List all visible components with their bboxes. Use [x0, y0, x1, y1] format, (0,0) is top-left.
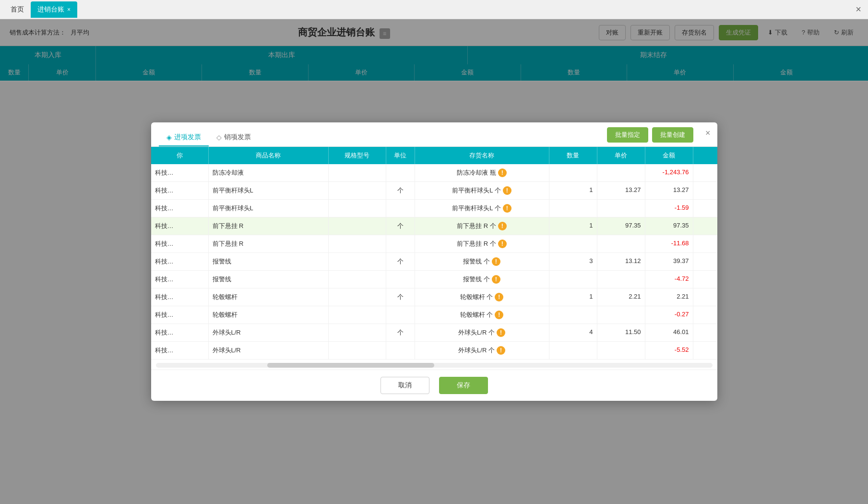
table-cell: 轮毂螺杆 个! [415, 288, 549, 306]
table-cell: 前平衡杆球头L [209, 182, 329, 199]
th-col5: 存货名称 [415, 147, 549, 164]
table-cell: 防冻冷却液 瓶! [415, 164, 549, 181]
table-cell: 报警线 [209, 271, 329, 288]
table-cell: 1 [549, 288, 597, 306]
table-cell: 13.12 [597, 253, 645, 270]
table-row[interactable]: 科技…轮毂螺杆轮毂螺杆 个!-0.27 [151, 306, 717, 324]
batch-create-button[interactable]: 批量创建 [652, 127, 693, 143]
modal-dialog: ◈ 进项发票 ◇ 销项发票 批量指定 批量创建 × 你 [151, 122, 717, 401]
modal-overlay: ◈ 进项发票 ◇ 销项发票 批量指定 批量创建 × 你 [0, 19, 868, 504]
table-cell [329, 306, 386, 324]
table-cell: 科技… [151, 182, 209, 199]
table-cell: 11.50 [597, 324, 645, 341]
table-cell: 39.37 [645, 253, 693, 270]
table-cell [386, 235, 415, 252]
warning-icon: ! [498, 168, 507, 177]
warning-icon: ! [503, 204, 511, 213]
table-cell [329, 182, 386, 199]
table-cell: 外球头L/R [209, 324, 329, 341]
table-cell: -1.59 [645, 200, 693, 217]
table-cell [329, 253, 386, 270]
table-cell: 科技… [151, 235, 209, 252]
table-cell: 科技… [151, 164, 209, 181]
tab-in-invoice[interactable]: ◈ 进项发票 [159, 129, 209, 146]
tab-ledger[interactable]: 进销台账 × [31, 1, 77, 18]
table-cell: 防冻冷却液 [209, 164, 329, 181]
table-cell [386, 342, 415, 359]
table-row[interactable]: 科技…报警线个报警线 个!313.1239.37 [151, 253, 717, 271]
table-cell: 个 [386, 253, 415, 270]
table-cell: 科技… [151, 253, 209, 270]
tab-close-icon[interactable]: × [67, 6, 71, 13]
table-row[interactable]: 科技…轮毂螺杆个轮毂螺杆 个!12.212.21 [151, 288, 717, 306]
table-cell: -11.68 [645, 235, 693, 252]
table-cell [597, 200, 645, 217]
table-cell: 3 [549, 253, 597, 270]
table-cell: 2.21 [597, 288, 645, 306]
table-cell: 科技… [151, 217, 209, 235]
table-cell [549, 271, 597, 288]
batch-assign-button[interactable]: 批量指定 [607, 127, 648, 143]
table-cell [386, 306, 415, 324]
th-col7: 单价 [597, 147, 645, 164]
th-col4: 单位 [386, 147, 415, 164]
cancel-button[interactable]: 取消 [380, 377, 429, 394]
table-cell: 个 [386, 182, 415, 199]
table-cell: 科技… [151, 306, 209, 324]
invoice-in-icon: ◈ [166, 133, 172, 141]
table-row[interactable]: 科技…前平衡杆球头L个前平衡杆球头L 个!113.2713.27 [151, 182, 717, 200]
table-cell: 科技… [151, 342, 209, 359]
th-col6: 数量 [549, 147, 597, 164]
table-row[interactable]: 科技…前下悬挂 R个前下悬挂 R 个!197.3597.35 [151, 217, 717, 235]
modal-scrollbar-thumb[interactable] [267, 363, 434, 368]
table-cell [386, 200, 415, 217]
table-cell: 97.35 [645, 217, 693, 235]
warning-icon: ! [495, 311, 503, 319]
table-cell: 前平衡杆球头L [209, 200, 329, 217]
table-cell [549, 200, 597, 217]
table-cell: 前下悬挂 R 个! [415, 217, 549, 235]
table-cell [329, 288, 386, 306]
table-cell: 报警线 [209, 253, 329, 270]
warning-icon: ! [498, 222, 507, 230]
table-cell: 前平衡杆球头L 个! [415, 200, 549, 217]
table-cell [549, 235, 597, 252]
table-cell [597, 342, 645, 359]
modal-scrollbar[interactable] [156, 363, 713, 368]
table-cell: -0.27 [645, 306, 693, 324]
table-cell: 外球头L/R [209, 342, 329, 359]
table-cell [329, 200, 386, 217]
table-cell: 1 [549, 182, 597, 199]
table-row[interactable]: 科技…外球头L/R外球头L/R 个!-5.52 [151, 342, 717, 360]
table-cell: -4.72 [645, 271, 693, 288]
table-cell: 科技… [151, 324, 209, 341]
table-cell [549, 164, 597, 181]
table-row[interactable]: 科技…外球头L/R个外球头L/R 个!411.5046.01 [151, 324, 717, 342]
table-cell: -5.52 [645, 342, 693, 359]
warning-icon: ! [495, 293, 503, 301]
modal-toolbar: 批量指定 批量创建 [607, 127, 693, 143]
table-cell: 报警线 个! [415, 271, 549, 288]
table-cell [329, 271, 386, 288]
table-row[interactable]: 科技…报警线报警线 个!-4.72 [151, 271, 717, 288]
tab-home[interactable]: 首页 [4, 1, 31, 18]
table-cell: 前平衡杆球头L 个! [415, 182, 549, 199]
window-close-icon[interactable]: × [856, 4, 861, 15]
modal-table-body: 科技…防冻冷却液防冻冷却液 瓶!-1,243.76科技…前平衡杆球头L个前平衡杆… [151, 164, 717, 360]
table-row[interactable]: 科技…防冻冷却液防冻冷却液 瓶!-1,243.76 [151, 164, 717, 182]
table-row[interactable]: 科技…前下悬挂 R前下悬挂 R 个!-11.68 [151, 235, 717, 253]
tab-out-invoice[interactable]: ◇ 销项发票 [209, 129, 259, 146]
table-cell: 报警线 个! [415, 253, 549, 270]
table-cell: 轮毂螺杆 [209, 288, 329, 306]
warning-icon: ! [503, 186, 511, 195]
modal-close-button[interactable]: × [705, 128, 711, 138]
save-button[interactable]: 保存 [439, 377, 488, 394]
th-col3: 规格型号 [329, 147, 386, 164]
table-cell: 2.21 [645, 288, 693, 306]
table-cell [329, 235, 386, 252]
table-row[interactable]: 科技…前平衡杆球头L前平衡杆球头L 个!-1.59 [151, 200, 717, 217]
table-cell [597, 306, 645, 324]
th-col8: 金额 [645, 147, 693, 164]
table-cell: 轮毂螺杆 个! [415, 306, 549, 324]
table-cell: 1 [549, 217, 597, 235]
